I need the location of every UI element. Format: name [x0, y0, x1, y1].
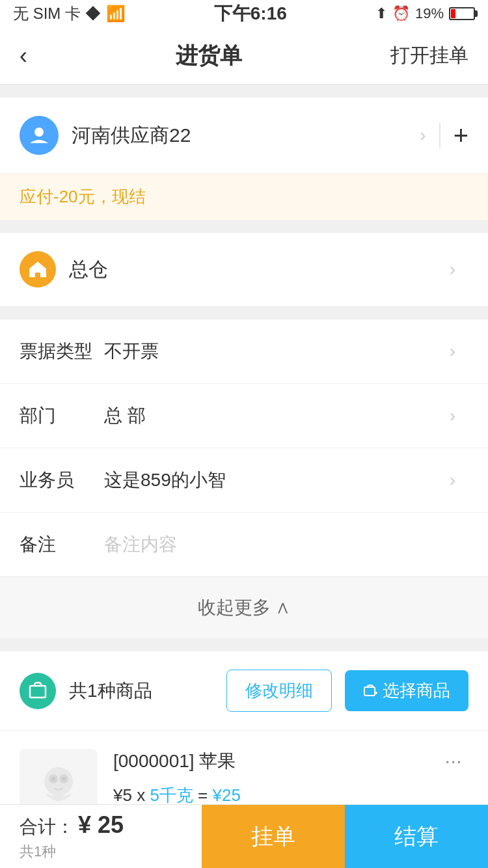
svg-point-0 — [34, 128, 44, 137]
price-equal: = — [198, 785, 212, 805]
alarm-icon: ⏰ — [392, 5, 410, 22]
cart-add-icon — [363, 684, 377, 698]
status-time: 下午6:16 — [214, 1, 287, 26]
section-gap-3 — [0, 306, 488, 319]
dept-row[interactable]: 部门 总 部 › — [0, 383, 488, 448]
add-supplier-button[interactable]: + — [454, 122, 468, 148]
edit-detail-button[interactable]: 修改明细 — [226, 670, 332, 712]
sim-status: 无 SIM 卡 ◆ — [13, 3, 101, 24]
supplier-name: 河南供应商22 — [72, 122, 420, 149]
person-icon — [29, 125, 49, 146]
footer-bar: 合计： ¥ 25 共1种 挂单 结算 — [0, 804, 488, 868]
sales-label: 业务员 — [20, 468, 104, 493]
nav-bar: ‹ 进货单 打开挂单 — [0, 27, 488, 85]
invoice-label: 票据类型 — [20, 339, 104, 364]
product-count-icon — [20, 673, 56, 709]
supplier-row[interactable]: 河南供应商22 › + — [0, 98, 488, 174]
warehouse-section[interactable]: 总仓 › — [0, 233, 488, 306]
open-hang-button[interactable]: 打开挂单 — [390, 42, 468, 69]
product-code: [0000001] — [113, 751, 195, 771]
select-product-label: 选择商品 — [383, 679, 450, 702]
cart-icon — [27, 681, 48, 701]
total-sub: 共1种 — [20, 842, 182, 861]
select-product-button[interactable]: 选择商品 — [345, 670, 468, 711]
remark-row[interactable]: 备注 备注内容 — [0, 512, 488, 576]
sales-row[interactable]: 业务员 这是859的小智 › — [0, 448, 488, 512]
home-icon — [28, 260, 47, 279]
invoice-value: 不开票 — [104, 339, 450, 364]
warehouse-icon — [20, 251, 56, 288]
section-gap-2 — [0, 220, 488, 233]
warehouse-name: 总仓 — [69, 256, 450, 283]
product-info: [0000001] 苹果 ¥5 x 5千克 = ¥25 — [113, 749, 438, 807]
remark-input[interactable]: 备注内容 — [104, 532, 468, 557]
dept-value: 总 部 — [104, 403, 450, 428]
status-bar-right: ⬆ ⏰ 19% — [375, 5, 475, 22]
svg-point-5 — [44, 767, 73, 796]
wifi-icon: 📶 — [106, 5, 126, 23]
price-value: ¥5 — [113, 785, 132, 805]
location-icon: ⬆ — [375, 5, 387, 22]
checkout-button[interactable]: 结算 — [345, 805, 488, 869]
separator — [439, 122, 441, 148]
warehouse-row[interactable]: 总仓 › — [0, 233, 488, 306]
page-title: 进货单 — [176, 41, 242, 71]
supplier-avatar — [20, 116, 59, 155]
price-multiply: x — [137, 785, 150, 805]
product-count-text: 共1种商品 — [69, 679, 226, 703]
battery-percent: 19% — [415, 5, 444, 22]
svg-rect-2 — [364, 687, 375, 696]
sales-value: 这是859的小智 — [104, 468, 450, 493]
product-title: 苹果 — [199, 751, 236, 771]
payment-notice: 应付-20元，现结 — [0, 174, 488, 220]
status-bar: 无 SIM 卡 ◆ 📶 下午6:16 ⬆ ⏰ 19% — [0, 0, 488, 27]
back-button[interactable]: ‹ — [20, 42, 27, 70]
total-value: ¥ 25 — [78, 811, 124, 839]
invoice-chevron-icon: › — [450, 341, 455, 362]
product-total: ¥25 — [213, 785, 241, 805]
svg-point-8 — [51, 777, 55, 781]
warehouse-chevron-icon: › — [450, 259, 455, 280]
remark-label: 备注 — [20, 532, 104, 557]
supplier-section: 河南供应商22 › + 应付-20元，现结 — [0, 98, 488, 220]
product-qty: 5千克 — [150, 785, 193, 805]
battery-icon — [449, 7, 475, 20]
hang-order-button[interactable]: 挂单 — [202, 805, 345, 869]
total-info: 合计： ¥ 25 共1种 — [0, 811, 202, 861]
product-name: [0000001] 苹果 — [113, 749, 438, 774]
svg-point-9 — [62, 777, 66, 781]
status-bar-left: 无 SIM 卡 ◆ 📶 — [13, 3, 126, 24]
invoice-row[interactable]: 票据类型 不开票 › — [0, 319, 488, 383]
section-gap-4 — [0, 638, 488, 651]
total-amount: 合计： ¥ 25 — [20, 811, 182, 839]
dept-chevron-icon: › — [450, 405, 455, 426]
sales-chevron-icon: › — [450, 470, 455, 491]
collapse-button[interactable]: 收起更多 ∧ — [0, 576, 488, 638]
product-header: 共1种商品 修改明细 选择商品 — [0, 651, 488, 730]
form-section: 票据类型 不开票 › 部门 总 部 › 业务员 这是859的小智 › 备注 备注… — [0, 319, 488, 638]
chevron-right-icon: › — [420, 125, 426, 146]
product-price: ¥5 x 5千克 = ¥25 — [113, 784, 438, 807]
product-more-button[interactable]: ··· — [438, 749, 468, 773]
section-gap-1 — [0, 85, 488, 98]
dept-label: 部门 — [20, 403, 104, 428]
svg-rect-1 — [30, 686, 46, 698]
total-label: 合计： — [20, 815, 74, 839]
